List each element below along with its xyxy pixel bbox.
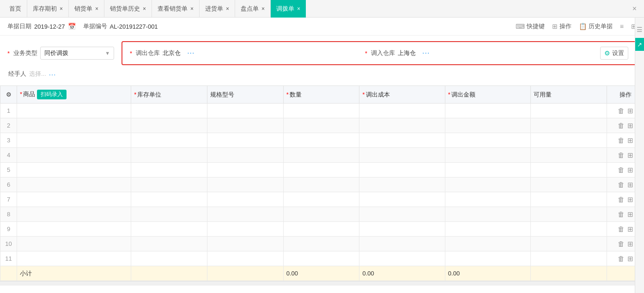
- tab-close-sales-order[interactable]: ×: [95, 6, 98, 12]
- cost-5[interactable]: [359, 163, 445, 177]
- cost-2[interactable]: [359, 118, 445, 133]
- unit-7[interactable]: [131, 192, 207, 207]
- qty-11[interactable]: [283, 251, 359, 266]
- copy-icon-1[interactable]: ⊞: [627, 107, 633, 115]
- qty-5[interactable]: [283, 163, 359, 177]
- copy-icon-3[interactable]: ⊞: [627, 136, 633, 145]
- product-7[interactable]: [17, 192, 131, 207]
- copy-icon-8[interactable]: ⊞: [627, 210, 633, 219]
- product-1[interactable]: [17, 104, 131, 118]
- unit-9[interactable]: [131, 222, 207, 237]
- amount-1[interactable]: [445, 104, 530, 118]
- spec-9[interactable]: [207, 222, 283, 237]
- tab-sales-history[interactable]: 销货单历史 ×: [104, 0, 152, 18]
- delete-icon-6[interactable]: 🗑: [618, 181, 625, 189]
- amount-3[interactable]: [445, 133, 530, 148]
- unit-8[interactable]: [131, 207, 207, 222]
- tab-close-purchase[interactable]: ×: [226, 6, 229, 12]
- cost-1[interactable]: [359, 104, 445, 118]
- calendar-icon[interactable]: 📅: [68, 23, 76, 30]
- amount-11[interactable]: [445, 251, 530, 266]
- spec-11[interactable]: [207, 251, 283, 266]
- handler-more-button[interactable]: ···: [49, 70, 56, 78]
- unit-3[interactable]: [131, 133, 207, 148]
- tab-home[interactable]: 首页: [4, 0, 27, 18]
- delete-icon-5[interactable]: 🗑: [618, 166, 625, 174]
- qty-6[interactable]: [283, 177, 359, 192]
- tab-stock-init[interactable]: 库存期初 ×: [27, 0, 69, 18]
- delete-icon-9[interactable]: 🗑: [618, 225, 625, 233]
- delete-icon-10[interactable]: 🗑: [618, 240, 625, 248]
- tab-view-sales[interactable]: 查看销货单 ×: [152, 0, 200, 18]
- copy-icon-7[interactable]: ⊞: [627, 195, 633, 204]
- unit-2[interactable]: [131, 118, 207, 133]
- qty-9[interactable]: [283, 222, 359, 237]
- amount-7[interactable]: [445, 192, 530, 207]
- qty-4[interactable]: [283, 148, 359, 163]
- delete-icon-2[interactable]: 🗑: [618, 122, 625, 129]
- copy-icon-6[interactable]: ⊞: [627, 181, 633, 189]
- cost-6[interactable]: [359, 177, 445, 192]
- qty-3[interactable]: [283, 133, 359, 148]
- operations-button[interactable]: ⊞ 操作: [552, 22, 571, 31]
- product-6[interactable]: [17, 177, 131, 192]
- cost-3[interactable]: [359, 133, 445, 148]
- warehouse-in-more-button[interactable]: ···: [422, 49, 430, 57]
- unit-10[interactable]: [131, 237, 207, 251]
- copy-icon-10[interactable]: ⊞: [627, 240, 633, 248]
- copy-icon-11[interactable]: ⊞: [627, 255, 633, 263]
- th-gear[interactable]: ⚙: [0, 86, 17, 104]
- sidebar-expand-icon[interactable]: ↗: [635, 38, 644, 51]
- amount-10[interactable]: [445, 237, 530, 251]
- shortcuts-button[interactable]: ⌨ 快捷键: [516, 22, 545, 31]
- gear-icon[interactable]: ⚙: [6, 91, 12, 98]
- unit-6[interactable]: [131, 177, 207, 192]
- copy-icon-5[interactable]: ⊞: [627, 166, 633, 174]
- copy-icon-2[interactable]: ⊞: [627, 122, 633, 130]
- handler-select[interactable]: 选择...: [29, 70, 46, 78]
- tab-inventory[interactable]: 盘点单 ×: [235, 0, 271, 18]
- product-8[interactable]: [17, 207, 131, 222]
- product-3[interactable]: [17, 133, 131, 148]
- warehouse-out-more-button[interactable]: ···: [187, 49, 194, 57]
- unit-1[interactable]: [131, 104, 207, 118]
- layout-button-1[interactable]: ≡: [620, 23, 624, 30]
- cost-10[interactable]: [359, 237, 445, 251]
- sidebar-list-icon[interactable]: ☰: [635, 25, 644, 34]
- qty-2[interactable]: [283, 118, 359, 133]
- business-type-select[interactable]: 同价调拨 ▼: [40, 47, 114, 60]
- spec-1[interactable]: [207, 104, 283, 118]
- setting-button[interactable]: ⚙ 设置: [600, 47, 628, 60]
- spec-6[interactable]: [207, 177, 283, 192]
- tab-close-sales-history[interactable]: ×: [143, 6, 146, 12]
- spec-7[interactable]: [207, 192, 283, 207]
- spec-4[interactable]: [207, 148, 283, 163]
- cost-8[interactable]: [359, 207, 445, 222]
- tab-close-stock-init[interactable]: ×: [60, 6, 63, 12]
- scan-button[interactable]: 扫码录入: [37, 90, 67, 99]
- qty-8[interactable]: [283, 207, 359, 222]
- delete-icon-3[interactable]: 🗑: [618, 136, 625, 144]
- amount-6[interactable]: [445, 177, 530, 192]
- amount-5[interactable]: [445, 163, 530, 177]
- window-close-button[interactable]: ×: [629, 5, 640, 13]
- copy-icon-9[interactable]: ⊞: [627, 225, 633, 233]
- unit-4[interactable]: [131, 148, 207, 163]
- horizontal-scrollbar[interactable]: [0, 281, 644, 286]
- delete-icon-1[interactable]: 🗑: [618, 107, 625, 115]
- cost-4[interactable]: [359, 148, 445, 163]
- tab-sales-order[interactable]: 销货单 ×: [69, 0, 104, 18]
- spec-8[interactable]: [207, 207, 283, 222]
- product-5[interactable]: [17, 163, 131, 177]
- cost-9[interactable]: [359, 222, 445, 237]
- tab-purchase[interactable]: 进货单 ×: [200, 0, 235, 18]
- product-4[interactable]: [17, 148, 131, 163]
- spec-3[interactable]: [207, 133, 283, 148]
- amount-9[interactable]: [445, 222, 530, 237]
- history-button[interactable]: 📋 历史单据: [579, 22, 613, 31]
- unit-11[interactable]: [131, 251, 207, 266]
- qty-7[interactable]: [283, 192, 359, 207]
- product-2[interactable]: [17, 118, 131, 133]
- delete-icon-8[interactable]: 🗑: [618, 210, 625, 218]
- delete-icon-4[interactable]: 🗑: [618, 151, 625, 159]
